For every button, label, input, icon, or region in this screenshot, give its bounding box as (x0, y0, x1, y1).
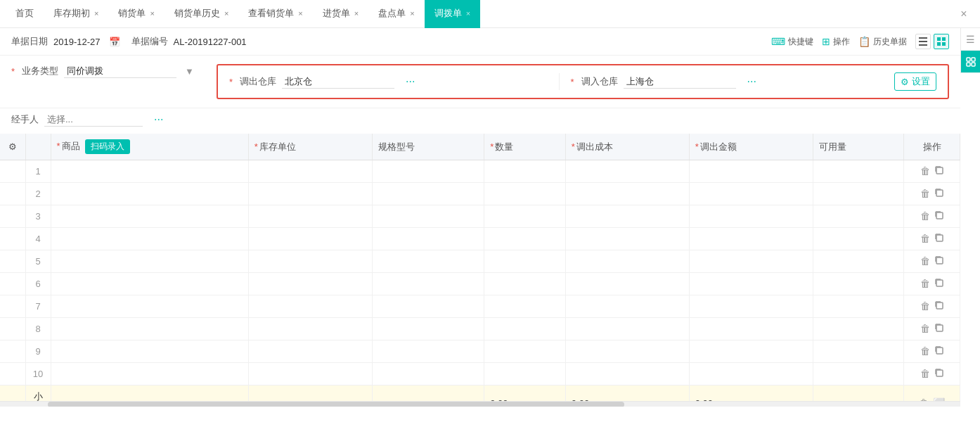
row-cell-2[interactable] (51, 183, 248, 205)
row-cell-2[interactable] (51, 363, 248, 386)
row-delete-icon[interactable]: 🗑 (920, 233, 930, 245)
row-cell-5[interactable]: 0.00 (484, 386, 566, 402)
close-all-button[interactable]: × (953, 4, 974, 25)
col-settings[interactable]: ⚙ (0, 134, 25, 160)
row-cell-5[interactable] (484, 205, 566, 228)
transfer-out-input[interactable] (282, 75, 394, 89)
row-cell-8[interactable] (813, 273, 904, 295)
row-delete-icon[interactable]: 🗑 (920, 188, 930, 200)
row-delete-icon[interactable]: 🗑 (920, 368, 930, 380)
row-cell-8[interactable] (813, 160, 904, 183)
row-cell-4[interactable] (372, 273, 484, 295)
row-cell-2[interactable] (51, 250, 248, 273)
handler-input[interactable] (44, 113, 143, 127)
settings-button[interactable]: ⚙ 设置 (894, 72, 936, 91)
tab-sales-order[interactable]: 销货单 × (108, 0, 164, 28)
shortcut-button[interactable]: ⌨ 快捷键 (771, 36, 813, 48)
row-cell-7[interactable] (689, 228, 813, 250)
row-cell-4[interactable] (372, 340, 484, 363)
row-cell-2[interactable] (51, 228, 248, 250)
tab-stocktake[interactable]: 盘点单 × (368, 0, 424, 28)
row-cell-4[interactable] (372, 363, 484, 386)
row-cell-2[interactable] (51, 273, 248, 295)
row-cell-4[interactable] (372, 183, 484, 205)
row-copy-icon[interactable] (934, 255, 944, 267)
row-cell-6[interactable] (565, 183, 689, 205)
row-delete-icon[interactable]: 🗑 (920, 165, 930, 177)
row-cell-4[interactable] (372, 205, 484, 228)
tab-close-purchase-order[interactable]: × (354, 9, 359, 18)
panel-expand-icon[interactable] (961, 51, 981, 73)
row-cell-3[interactable] (248, 295, 372, 318)
row-cell-4[interactable] (372, 160, 484, 183)
tab-sales-history[interactable]: 销货单历史 × (165, 0, 238, 28)
row-cell-8[interactable] (813, 228, 904, 250)
tab-close-transfer[interactable]: × (466, 9, 470, 18)
tab-transfer[interactable]: 调拨单 × (425, 0, 480, 28)
transfer-out-more-icon[interactable]: ··· (406, 75, 415, 88)
tab-close-stocktake[interactable]: × (410, 9, 414, 18)
row-cell-3[interactable] (248, 340, 372, 363)
row-cell-5[interactable] (484, 318, 566, 340)
row-cell-3[interactable] (248, 250, 372, 273)
row-cell-5[interactable] (484, 340, 566, 363)
panel-list-icon[interactable]: ☰ (961, 28, 981, 51)
row-copy-icon[interactable] (934, 210, 944, 222)
row-cell-6[interactable] (565, 273, 689, 295)
row-copy-icon[interactable] (934, 188, 944, 200)
row-cell-4[interactable] (372, 386, 484, 402)
scan-button[interactable]: 扫码录入 (85, 139, 130, 154)
row-cell-7[interactable] (689, 205, 813, 228)
row-cell-2[interactable] (51, 386, 248, 402)
biz-type-input[interactable] (64, 64, 176, 78)
transfer-in-more-icon[interactable]: ··· (747, 75, 756, 88)
row-cell-2[interactable] (51, 295, 248, 318)
horizontal-scrollbar[interactable] (0, 401, 960, 407)
view-toggle-list[interactable] (915, 34, 931, 49)
row-cell-3[interactable] (248, 386, 372, 402)
operation-button[interactable]: ⊞ 操作 (822, 36, 850, 48)
handler-more-icon[interactable]: ··· (154, 113, 163, 126)
row-cell-7[interactable] (689, 295, 813, 318)
view-toggle-grid[interactable] (934, 34, 949, 49)
row-cell-8[interactable] (813, 386, 904, 402)
row-cell-6[interactable] (565, 205, 689, 228)
row-copy-icon[interactable] (934, 278, 944, 290)
row-cell-5[interactable] (484, 295, 566, 318)
row-copy-icon[interactable] (934, 323, 944, 335)
row-cell-8[interactable] (813, 318, 904, 340)
row-copy-icon[interactable] (934, 233, 944, 245)
row-cell-6[interactable] (565, 295, 689, 318)
row-cell-2[interactable] (51, 318, 248, 340)
calendar-icon[interactable]: 📅 (109, 37, 120, 47)
row-cell-8[interactable] (813, 183, 904, 205)
row-cell-5[interactable] (484, 160, 566, 183)
row-cell-8[interactable] (813, 205, 904, 228)
row-cell-6[interactable] (565, 318, 689, 340)
row-cell-7[interactable] (689, 250, 813, 273)
row-cell-2[interactable] (51, 340, 248, 363)
tab-close-inventory-init[interactable]: × (94, 9, 98, 18)
row-delete-icon[interactable]: 🗑 (920, 278, 930, 290)
row-cell-5[interactable] (484, 228, 566, 250)
row-cell-7[interactable] (689, 363, 813, 386)
row-delete-icon[interactable]: 🗑 (920, 300, 930, 312)
row-cell-3[interactable] (248, 160, 372, 183)
row-copy-icon[interactable] (934, 345, 944, 357)
row-cell-3[interactable] (248, 183, 372, 205)
row-cell-3[interactable] (248, 228, 372, 250)
tab-close-view-sales[interactable]: × (298, 9, 302, 18)
row-copy-icon[interactable] (934, 165, 944, 177)
row-delete-icon[interactable]: 🗑 (920, 323, 930, 335)
row-cell-4[interactable] (372, 318, 484, 340)
row-cell-7[interactable] (689, 160, 813, 183)
row-delete-icon[interactable]: 🗑 (920, 345, 930, 357)
row-cell-6[interactable] (565, 160, 689, 183)
transfer-in-input[interactable] (624, 75, 736, 89)
tab-close-sales-order[interactable]: × (150, 9, 154, 18)
row-cell-6[interactable] (565, 340, 689, 363)
row-cell-8[interactable] (813, 363, 904, 386)
row-cell-3[interactable] (248, 205, 372, 228)
row-cell-4[interactable] (372, 228, 484, 250)
row-cell-5[interactable] (484, 183, 566, 205)
